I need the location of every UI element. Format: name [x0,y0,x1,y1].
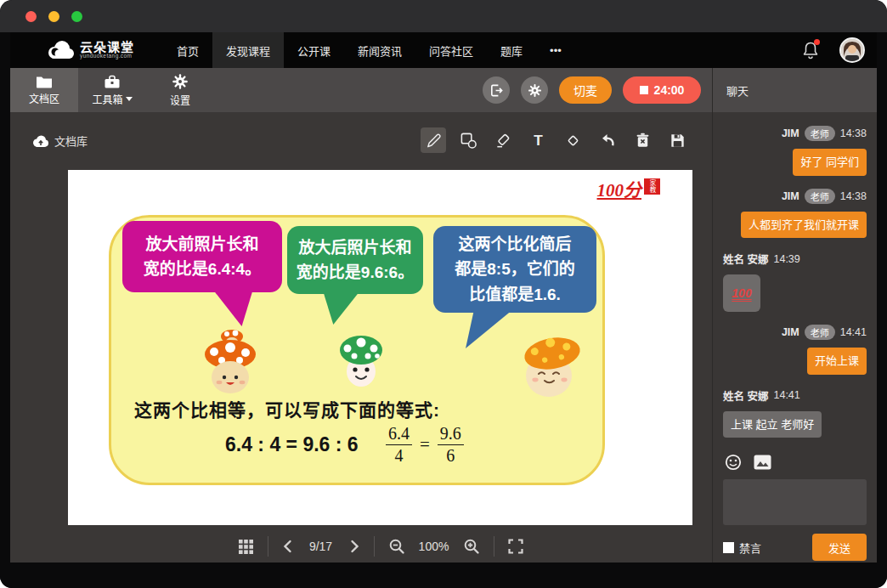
class-timer-button[interactable]: 24:00 [623,76,701,104]
chat-panel-header: 聊天 [712,68,877,112]
teacher-badge: 老师 [805,126,835,141]
chat-message-input[interactable] [723,479,867,525]
cloud-logo-icon [46,40,75,60]
clear-all-button[interactable] [630,127,655,153]
image-upload-icon[interactable] [754,455,771,470]
text-tool-button[interactable]: T [525,127,551,153]
bubble-line: 宽的比是9.6:6。 [297,260,414,285]
notification-bell-icon[interactable] [802,41,819,59]
nav-item-discover-courses[interactable]: 发现课程 [212,32,284,68]
toggle-mic-button[interactable]: 切麦 [559,76,612,104]
pencil-tool-button[interactable] [421,127,446,153]
previous-page-button[interactable] [282,540,292,553]
message-time: 14:38 [840,190,867,202]
slide-caption: 这两个比相等，可以写成下面的等式: [134,396,440,421]
sender-name: 姓名 安娜 [723,251,768,267]
close-window-button[interactable] [25,11,37,22]
mute-label: 禁言 [739,540,761,556]
message-bubble: 人都到齐了我们就开课 [741,212,867,239]
green-mushroom-character [336,331,386,389]
fraction: 9.6 6 [438,423,464,466]
window-controls [25,11,82,22]
eraser-tool-button[interactable] [560,127,585,153]
orange-mushroom-character [517,333,583,399]
tab-document-area[interactable]: 文档区 [10,68,78,112]
speech-bubble-simplified-ratio: 这两个比化简后 都是8:5，它们的 比值都是1.6. [433,226,596,313]
denominator: 4 [395,445,404,466]
message-time: 14:38 [840,127,867,139]
message-bubble: 好了 同学们 [793,149,867,176]
svg-text:T: T [534,132,543,149]
chat-message: 姓名 安娜 14:41 上课 起立 老师好 [723,387,867,438]
sender-name: JIM [782,190,799,202]
gear-icon [172,73,189,90]
red-mushroom-character [202,326,260,396]
minimize-window-button[interactable] [48,11,59,22]
brand-domain: yunduoketang.com [80,54,134,59]
chat-input-area: 禁言 发送 [713,450,877,571]
message-bubble: 100 [723,274,760,312]
slide-canvas[interactable]: 100分 家教 放大前照片长和 宽的比是6.4:4。 放大后照片长和 宽的比是9… [68,170,692,525]
tab-label: 文档区 [29,91,59,105]
logo-100-text: 100分 [597,176,642,201]
document-area: 文档库 T [10,112,712,563]
undo-button[interactable] [595,127,620,153]
fullscreen-button[interactable] [508,539,523,554]
timer-value: 24:00 [654,83,685,97]
page-indicator: 9/17 [306,540,336,553]
checkbox-icon [723,542,734,553]
annotation-toolbar: T [421,127,690,153]
nav-item-qa-community[interactable]: 问答社区 [415,32,487,68]
logout-icon [489,83,504,98]
teacher-badge: 老师 [805,325,835,340]
message-time: 14:41 [840,326,867,338]
divider [374,536,375,557]
nav-item-news[interactable]: 新闻资讯 [344,32,415,68]
mute-checkbox[interactable]: 禁言 [723,540,761,556]
emoji-picker-icon[interactable] [725,454,742,471]
chat-message: JIM 老师 14:41 开始上课 [723,325,867,375]
thumbnail-grid-button[interactable] [238,539,254,555]
message-time: 14:41 [773,389,799,401]
nav-item-home[interactable]: 首页 [163,32,212,68]
tab-toolbox[interactable]: 工具箱 [78,68,146,112]
send-button[interactable]: 发送 [812,534,867,561]
brand-logo[interactable]: 云朵课堂 yunduoketang.com [46,40,134,60]
sender-name: JIM [782,326,799,338]
nav-item-open-class[interactable]: 公开课 [284,32,344,68]
shapes-tool-button[interactable] [455,127,481,153]
tab-settings[interactable]: 设置 [146,68,214,112]
library-label: 文档库 [54,133,88,149]
equation-text: 6.4 : 4 = 9.6 : 6 [225,433,359,456]
nav-item-more[interactable]: ••• [536,32,575,68]
nav-item-question-bank[interactable]: 题库 [487,32,536,68]
save-button[interactable] [664,127,690,153]
user-avatar[interactable] [839,37,865,63]
divider [268,536,268,557]
exit-classroom-button[interactable] [483,76,510,104]
maximize-window-button[interactable] [71,11,82,22]
speech-bubble-before-ratio: 放大前照片长和 宽的比是6.4:4。 [122,221,282,292]
gear-icon [528,83,542,98]
equals-sign: = [420,434,430,455]
nav-menu: 首页 发现课程 公开课 新闻资讯 问答社区 题库 ••• [163,32,575,68]
chat-title: 聊天 [726,82,749,99]
next-page-button[interactable] [350,540,360,553]
message-bubble: 上课 起立 老师好 [723,411,822,438]
teacher-badge: 老师 [805,189,835,204]
hundred-points-emoji: 100 [732,286,751,300]
chevron-down-icon [126,97,133,101]
zoom-out-button[interactable] [388,538,405,555]
settings-button[interactable] [521,76,548,104]
bubble-line: 都是8:5，它们的 [455,257,574,281]
zoom-level: 100% [419,540,449,553]
zoom-in-button[interactable] [463,538,480,555]
document-library-button[interactable]: 文档库 [32,133,88,149]
notification-dot [814,39,820,45]
fraction: 6.4 4 [386,423,412,466]
marker-tool-button[interactable] [490,127,516,153]
briefcase-icon [104,75,121,89]
sender-name: 姓名 安娜 [723,387,768,404]
fraction-equation: 6.4 4 = 9.6 6 [386,423,464,466]
logo-badge: 家教 [644,178,660,195]
